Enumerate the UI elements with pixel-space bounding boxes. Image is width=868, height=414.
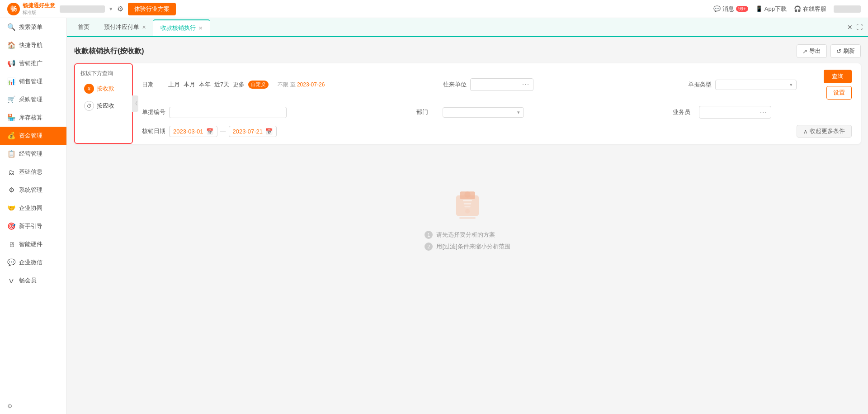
sidebar-item-inventory[interactable]: 🏪 库存核算 — [0, 109, 66, 127]
sidebar-item-hardware[interactable]: 🖥 智能硬件 — [0, 235, 66, 253]
sidebar-label-wechat: 企业微信 — [19, 258, 42, 266]
tab-receivable[interactable]: 收款核销执行 ✕ — [153, 19, 210, 36]
sidebar-label-quicknav: 快捷导航 — [19, 41, 42, 49]
message-btn[interactable]: 💬 消息 99+ — [713, 5, 748, 13]
doctype-select[interactable]: ▾ — [715, 80, 797, 90]
phone-icon: 📱 — [755, 5, 763, 12]
refresh-icon: ↺ — [836, 48, 841, 55]
salesperson-label: 业务员 — [673, 108, 695, 116]
partner-label: 往来单位 — [443, 81, 467, 89]
app-logo: 畅 畅捷通好生意 标准版 — [7, 2, 55, 16]
tab-prepay-label: 预付冲应付单 — [104, 23, 139, 31]
user-avatar[interactable] — [834, 5, 861, 13]
sidebar-label-system: 系统管理 — [19, 186, 42, 194]
filter-date-field: 日期 上月 本月 本年 近7天 更多 自定义 — [142, 81, 269, 89]
filter-salesperson-field: 业务员 ··· — [673, 106, 799, 119]
docno-input[interactable] — [169, 107, 287, 118]
sidebar-bottom: ⚙ — [0, 398, 66, 414]
dept-label: 部门 — [416, 108, 439, 116]
empty-steps: 1 请先选择要分析的方案 2 用[过滤]条件来缩小分析范围 — [425, 231, 510, 254]
filter-row-2: 单据编号 部门 ▾ 业务 — [142, 106, 852, 119]
corp-icon: 🤝 — [7, 204, 15, 212]
sidebar-item-member[interactable]: V 畅会员 — [0, 271, 66, 290]
base-icon: 🗂 — [7, 168, 15, 176]
query-btn[interactable]: 查询 — [824, 70, 852, 83]
page-title: 收款核销执行(按收款) — [74, 47, 144, 56]
tab-bar: 首页 预付冲应付单 ✕ 收款核销执行 ✕ ✕ ⛶ — [67, 18, 868, 37]
tab-home-label: 首页 — [78, 23, 90, 31]
sidebar-item-finance[interactable]: 💰 资金管理 — [0, 127, 66, 145]
export-btn[interactable]: ↗ 导出 — [797, 44, 827, 58]
tab-prepay-close[interactable]: ✕ — [142, 24, 146, 30]
partner-select[interactable]: ··· — [470, 78, 533, 91]
system-icon: ⚙ — [7, 186, 15, 194]
tab-close-btn[interactable]: ✕ — [847, 24, 853, 31]
doctype-chevron-icon: ▾ — [790, 82, 793, 88]
svg-point-6 — [465, 209, 470, 214]
sidebar-item-purchase[interactable]: 🛒 采购管理 — [0, 90, 66, 109]
refresh-btn[interactable]: ↺ 刷新 — [830, 44, 861, 58]
sidebar-item-quicknav[interactable]: 🏠 快捷导航 — [0, 36, 66, 54]
doctype-label: 单据类型 — [688, 81, 712, 89]
sidebar-item-sales[interactable]: 📊 销售管理 — [0, 72, 66, 90]
sidebar-item-marketing[interactable]: 📢 营销推广 — [0, 54, 66, 72]
sidebar-item-corp[interactable]: 🤝 企业协同 — [0, 199, 66, 217]
date-label: 日期 — [142, 81, 165, 89]
gear-icon[interactable]: ⚙ — [117, 5, 123, 13]
filter-collapse-btn[interactable]: 《 — [132, 95, 138, 112]
sidebar-label-search: 搜索菜单 — [19, 23, 42, 31]
sidebar-settings-btn[interactable]: ⚙ — [0, 398, 66, 414]
collapse-icon: ∧ — [803, 128, 808, 135]
brand-name: 畅捷通好生意 — [23, 2, 55, 10]
page-actions: ↗ 导出 ↺ 刷新 — [797, 44, 861, 58]
empty-illustration — [445, 176, 490, 222]
svg-rect-3 — [463, 200, 472, 201]
filter-option-receivable[interactable]: ⏱ 按应收 — [80, 98, 127, 114]
docno-label: 单据编号 — [142, 108, 165, 116]
filter-writeoff-date-field: 核销日期 2023-03-01 📅 — 2023-07-21 📅 — [142, 126, 277, 137]
hardware-icon: 🖥 — [7, 241, 15, 248]
sidebar-item-search[interactable]: 🔍 搜索菜单 — [0, 18, 66, 36]
sidebar-label-corp: 企业协同 — [19, 204, 42, 212]
date-custom-badge[interactable]: 自定义 — [248, 81, 269, 89]
search-icon: 🔍 — [7, 23, 15, 31]
dropdown-icon[interactable]: ▾ — [109, 5, 113, 12]
date-quick-links: 上月 本月 本年 近7天 更多 自定义 — [168, 81, 269, 89]
dept-select[interactable]: ▾ — [443, 107, 524, 118]
filter-left: 按以下方查询 ¥ 按收款 ⏱ 按应收 《 — [74, 63, 133, 144]
date-7days[interactable]: 近7天 — [214, 81, 229, 89]
date-this-year[interactable]: 本年 — [199, 81, 211, 89]
online-service-btn[interactable]: 🎧 在线客服 — [794, 5, 826, 13]
sidebar-label-base: 基础信息 — [19, 168, 42, 176]
sidebar-label-guide: 新手引导 — [19, 222, 42, 230]
sidebar-item-guide[interactable]: 🎯 新手引导 — [0, 217, 66, 235]
sidebar-label-finance: 资金管理 — [19, 132, 42, 140]
sidebar-item-wechat[interactable]: 💬 企业微信 — [0, 253, 66, 271]
salesperson-select[interactable]: ··· — [699, 106, 771, 119]
sidebar-item-base[interactable]: 🗂 基础信息 — [0, 163, 66, 181]
industry-btn[interactable]: 体验行业方案 — [128, 3, 176, 15]
date-more[interactable]: 更多 — [233, 81, 245, 89]
sales-icon: 📊 — [7, 77, 15, 86]
tab-home[interactable]: 首页 — [71, 19, 97, 35]
writeoff-end-date[interactable]: 2023-07-21 📅 — [229, 126, 277, 137]
sidebar-label-member: 畅会员 — [19, 276, 37, 285]
member-icon: V — [7, 277, 15, 285]
date-last-month[interactable]: 上月 — [168, 81, 180, 89]
filter-left-title: 按以下方查询 — [80, 70, 127, 77]
calendar-start-icon: 📅 — [206, 128, 213, 135]
sidebar-item-system[interactable]: ⚙ 系统管理 — [0, 181, 66, 199]
tab-prepay[interactable]: 预付冲应付单 ✕ — [97, 19, 153, 35]
tab-receivable-close[interactable]: ✕ — [198, 25, 203, 31]
filter-option-receipt[interactable]: ¥ 按收款 — [80, 81, 127, 96]
writeoff-start-date[interactable]: 2023-03-01 📅 — [169, 126, 217, 137]
tab-expand-btn[interactable]: ⛶ — [856, 24, 863, 31]
edition-label: 标准版 — [23, 10, 55, 16]
date-this-month[interactable]: 本月 — [184, 81, 195, 89]
app-download-btn[interactable]: 📱 App下载 — [755, 5, 787, 13]
settings-filter-btn[interactable]: 设置 — [826, 86, 852, 100]
page-content: 收款核销执行(按收款) ↗ 导出 ↺ 刷新 按以下方查询 — [67, 37, 868, 414]
sidebar: 🔍 搜索菜单 🏠 快捷导航 📢 营销推广 📊 销售管理 🛒 采购管理 🏪 库存核… — [0, 18, 67, 414]
sidebar-item-business[interactable]: 📋 经营管理 — [0, 145, 66, 163]
collapse-more-btn[interactable]: ∧ 收起更多条件 — [797, 125, 852, 138]
